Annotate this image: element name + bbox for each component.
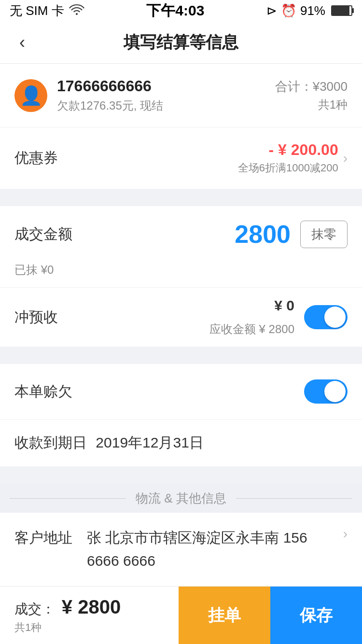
coupon-desc: 全场6折满1000减200 [238,161,338,175]
status-left: 无 SIM 卡 [10,2,84,19]
bendi-toggle[interactable] [304,379,348,404]
gray-divider-3 [0,475,362,484]
sep-line-right [236,498,352,499]
user-info-text: 17666666666 欠款1276.35元, 现结 [57,77,163,113]
bendi-label: 本单赊欠 [14,382,72,402]
battery-icon [331,5,352,16]
status-bar: 无 SIM 卡 下午4:03 ⊳ ⏰ 91% [0,0,362,21]
chong-toggle[interactable] [304,305,348,329]
address-label: 客户地址 [14,526,72,549]
chong-right: ¥ 0 应收金额 ¥ 2800 [209,297,294,337]
amount-right: 2800 抹零 [235,220,348,249]
wifi-icon [69,3,84,18]
back-button[interactable]: ‹ [14,28,30,57]
coupon-discount: - ¥ 200.00 [238,141,338,159]
alarm-icon: ⏰ [281,3,296,18]
save-button-label: 保存 [300,604,333,627]
location-icon: ⊳ [266,3,277,18]
logistics-separator: 物流 & 其他信息 [0,484,362,513]
hang-button-label: 挂单 [208,604,241,627]
chong-row: 冲预收 ¥ 0 应收金额 ¥ 2800 [0,287,362,347]
amount-row: 成交金额 2800 抹零 [0,206,362,262]
coupon-label: 优惠券 [14,148,58,168]
nav-bar: ‹ 填写结算等信息 [0,21,362,64]
save-button[interactable]: 保存 [270,587,362,644]
date-value: 2019年12月31日 [96,434,203,450]
amount-sub-text: 已抹 ¥0 [0,262,362,287]
total-label: 合计：¥3000 [275,78,348,95]
gray-divider-2 [0,355,362,364]
bendi-card: 本单赊欠 收款到期日 2019年12月31日 [0,364,362,466]
sep-line-left [10,498,126,499]
page-title: 填写结算等信息 [124,31,238,54]
chong-receivable: 应收金额 ¥ 2800 [209,322,294,337]
user-right: 合计：¥3000 共1种 [275,78,348,112]
date-row: 收款到期日 2019年12月31日 [0,419,362,466]
round-zero-button[interactable]: 抹零 [300,221,348,248]
address-chevron-icon: › [343,526,348,542]
carrier-text: 无 SIM 卡 [10,2,64,19]
address-value: 张 北京市市辖区海淀区永丰南 156 6666 6666 [87,526,343,573]
bottom-summary: 成交： ¥ 2800 共1种 [0,596,179,635]
address-row[interactable]: 客户地址 张 北京市市辖区海淀区永丰南 156 6666 6666 › [0,513,362,586]
amount-label: 成交金额 [14,224,72,244]
avatar: 👤 [14,79,47,112]
gray-divider-1 [0,197,362,206]
total-count: 共1种 [275,97,348,112]
user-coupon-card: 👤 17666666666 欠款1276.35元, 现结 合计：¥3000 共1… [0,64,362,189]
coupon-right: - ¥ 200.00 全场6折满1000减200 › [238,141,348,175]
amount-section: 成交金额 2800 抹零 已抹 ¥0 冲预收 ¥ 0 应收金额 ¥ 2800 [0,206,362,347]
toggle-knob [324,307,346,328]
chong-label: 冲预收 [14,308,58,327]
bendi-row: 本单赊欠 [0,364,362,419]
coupon-row[interactable]: 优惠券 - ¥ 200.00 全场6折满1000减200 › [0,127,362,189]
bendi-toggle-knob [324,381,346,402]
user-phone: 17666666666 [57,77,163,95]
bottom-bar: 成交： ¥ 2800 共1种 挂单 保存 [0,586,362,644]
bottom-deal-row: 成交： ¥ 2800 [14,596,164,618]
user-row: 👤 17666666666 欠款1276.35元, 现结 合计：¥3000 共1… [0,64,362,127]
user-debt: 欠款1276.35元, 现结 [57,98,163,113]
bottom-count: 共1种 [14,620,164,635]
logistics-label: 物流 & 其他信息 [136,490,226,507]
avatar-icon: 👤 [20,85,42,106]
bottom-deal-label: 成交： [14,602,55,616]
chong-amount: ¥ 0 [274,297,294,314]
content-area: 👤 17666666666 欠款1276.35元, 现结 合计：¥3000 共1… [0,64,362,644]
bottom-deal-amount: ¥ 2800 [62,596,121,617]
status-time: 下午4:03 [146,1,204,21]
user-left: 👤 17666666666 欠款1276.35元, 现结 [14,77,163,113]
hang-button[interactable]: 挂单 [179,587,270,644]
status-right: ⊳ ⏰ 91% [266,3,352,18]
chevron-right-icon: › [343,151,348,166]
amount-value: 2800 [235,220,291,249]
date-label: 收款到期日 [14,434,87,450]
battery-percentage: 91% [300,3,325,18]
